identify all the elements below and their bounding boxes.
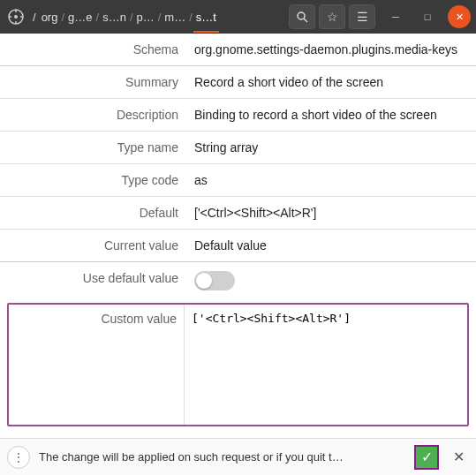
current-value: Default value [185, 230, 476, 261]
minimize-button[interactable]: ─ [384, 5, 407, 28]
status-message: The change will be applied on such reque… [39, 450, 405, 464]
crumb-media[interactable]: m… [162, 11, 188, 24]
search-button[interactable] [289, 4, 315, 29]
typename-label: Type name [0, 132, 185, 163]
crumb-root[interactable]: / [30, 11, 39, 24]
description-value: Binding to record a short video of the s… [185, 99, 476, 131]
usedefault-toggle[interactable] [194, 271, 235, 290]
title-bar: / org / g…e / s…n / p… / m… / s…t ☆ ☰ ─ … [0, 0, 476, 34]
menu-button[interactable]: ☰ [349, 4, 375, 29]
description-label: Description [0, 99, 185, 131]
maximize-icon: □ [425, 11, 431, 22]
current-label: Current value [0, 230, 185, 261]
maximize-button[interactable]: □ [416, 5, 439, 28]
svg-line-3 [304, 19, 307, 22]
breadcrumb: / org / g…e / s…n / p… / m… / s…t [30, 2, 285, 33]
custom-value-input[interactable] [184, 305, 467, 425]
row-typename: Type name String array [0, 131, 476, 163]
content-area: Schema org.gnome.settings-daemon.plugins… [0, 34, 476, 438]
row-typecode: Type code as [0, 163, 476, 196]
default-label: Default [0, 197, 185, 229]
svg-point-2 [298, 12, 305, 19]
row-summary: Summary Record a short video of the scre… [0, 65, 476, 98]
row-description: Description Binding to record a short vi… [0, 98, 476, 131]
usedefault-label: Use default value [0, 262, 185, 299]
summary-value: Record a short video of the screen [185, 66, 476, 98]
close-icon: ✕ [456, 11, 464, 23]
schema-label: Schema [0, 34, 185, 65]
check-icon: ✓ [421, 449, 433, 465]
crumb-org[interactable]: org [39, 11, 61, 24]
crumb-gnome[interactable]: g…e [65, 11, 94, 24]
svg-point-1 [14, 15, 18, 19]
minimize-icon: ─ [392, 11, 399, 22]
dots-icon: ⋮ [12, 450, 25, 464]
row-schema: Schema org.gnome.settings-daemon.plugins… [0, 34, 476, 65]
apply-button[interactable]: ✓ [414, 445, 439, 470]
dismiss-button[interactable]: ✕ [448, 447, 469, 468]
typename-value: String array [185, 132, 476, 163]
row-usedefault: Use default value [0, 261, 476, 299]
status-bar: ⋮ The change will be applied on such req… [0, 438, 476, 475]
crumb-settings[interactable]: s…n [100, 11, 129, 24]
default-value: ['<Ctrl><Shift><Alt>R'] [185, 197, 476, 229]
schema-value: org.gnome.settings-daemon.plugins.media-… [185, 34, 476, 65]
typecode-value: as [185, 164, 476, 196]
crumb-plugins[interactable]: p… [134, 11, 157, 24]
hamburger-icon: ☰ [357, 10, 368, 24]
close-icon: ✕ [453, 449, 465, 465]
bookmark-button[interactable]: ☆ [319, 4, 345, 29]
close-button[interactable]: ✕ [448, 5, 471, 28]
usedefault-value [185, 262, 476, 299]
typecode-label: Type code [0, 164, 185, 196]
row-default: Default ['<Ctrl><Shift><Alt>R'] [0, 196, 476, 229]
star-icon: ☆ [327, 10, 338, 24]
search-icon [296, 11, 308, 23]
row-current: Current value Default value [0, 229, 476, 261]
custom-label: Custom value [9, 305, 184, 425]
app-icon [5, 6, 26, 27]
row-custom: Custom value [7, 303, 469, 426]
crumb-current[interactable]: s…t [193, 2, 219, 33]
info-button[interactable]: ⋮ [7, 446, 30, 469]
summary-label: Summary [0, 66, 185, 98]
